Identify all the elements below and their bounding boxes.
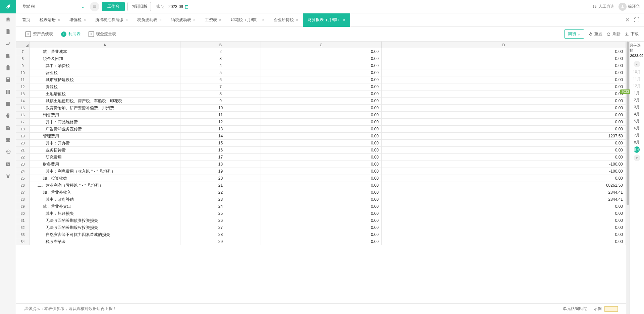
cell-b[interactable]: 2 (180, 48, 261, 55)
cell-d[interactable]: 0.00 (382, 55, 626, 62)
close-icon[interactable]: × (193, 18, 196, 22)
month-item[interactable]: 2月 (630, 97, 644, 104)
cell-d[interactable]: 0.00 (382, 231, 626, 238)
month-item[interactable]: 5月 (630, 118, 644, 125)
cell-b[interactable]: 22 (180, 189, 261, 196)
cell-a[interactable]: 其中：商品维修费 (30, 119, 180, 125)
nav-doc-icon[interactable] (0, 25, 16, 38)
cell-b[interactable]: 14 (180, 133, 261, 139)
tab-6[interactable]: 工资表× (200, 13, 226, 27)
cell-c[interactable]: 0.00 (261, 119, 382, 125)
nav-inbox-icon[interactable] (0, 134, 16, 146)
cell-c[interactable]: 0.00 (261, 196, 382, 203)
cell-a[interactable]: 业务招待费 (30, 147, 180, 153)
cell-a[interactable]: 加：投资收益 (30, 175, 180, 182)
user-menu[interactable]: 徐泽华 (619, 3, 640, 11)
cell-d[interactable]: 0.00 (382, 48, 626, 55)
cell-a[interactable]: 二、营业利润（亏损以＂-＂号填列） (30, 182, 180, 189)
cell-c[interactable]: 0.00 (261, 168, 382, 175)
tab-2[interactable]: 增值税× (65, 13, 91, 27)
cell-d[interactable]: 0.00 (382, 154, 626, 161)
cell-c[interactable]: 0.00 (261, 147, 382, 153)
download-action[interactable]: 下载 (625, 31, 639, 37)
cell-a[interactable]: 加：营业外收入 (30, 189, 180, 196)
workbench-button[interactable]: 工作台 (102, 2, 125, 11)
close-icon[interactable]: × (219, 18, 221, 22)
month-item[interactable]: 6月 (630, 125, 644, 132)
cell-c[interactable]: 0.00 (261, 182, 382, 189)
nav-v-icon[interactable] (0, 170, 16, 182)
tab-1[interactable]: 税表清册× (35, 13, 65, 27)
cell-a[interactable]: 其中：利息费用（收入以＂-＂号填列） (30, 168, 180, 175)
nav-image-icon[interactable] (0, 98, 16, 110)
month-item[interactable]: 7月 (630, 132, 644, 139)
cell-a[interactable]: 其中：坏账损失 (30, 210, 180, 217)
cell-c[interactable]: 0.00 (261, 98, 382, 104)
period-init-dropdown[interactable]: 期初 ⌄ (564, 29, 584, 39)
cell-b[interactable]: 15 (180, 140, 261, 146)
row-header[interactable]: 11 (16, 76, 30, 83)
cell-d[interactable]: 0.00 (382, 90, 626, 97)
cell-d[interactable]: 0.00 (382, 203, 626, 210)
cell-a[interactable]: 其中：消费税 (30, 62, 180, 69)
row-header[interactable]: 25 (16, 175, 30, 182)
month-item[interactable]: 3月 (630, 104, 644, 111)
app-logo[interactable] (0, 0, 16, 13)
row-header[interactable]: 32 (16, 224, 30, 231)
cell-d[interactable]: 0.00 (382, 62, 626, 69)
cell-a[interactable]: 教育费附加、矿产资源补偿费、排污费 (30, 105, 180, 111)
row-header[interactable]: 20 (16, 140, 30, 146)
row-header[interactable]: 18 (16, 126, 30, 132)
cell-b[interactable]: 3 (180, 55, 261, 62)
cell-c[interactable]: 0.00 (261, 126, 382, 132)
cell-d[interactable]: 0.00 (382, 224, 626, 231)
list-icon-button[interactable] (90, 2, 99, 11)
row-header[interactable]: 10 (16, 69, 30, 76)
cell-d[interactable]: 0.00 (382, 217, 626, 224)
cell-b[interactable]: 8 (180, 90, 261, 97)
cell-a[interactable]: 财务费用 (30, 161, 180, 168)
cell-b[interactable]: 19 (180, 168, 261, 175)
row-header[interactable]: 17 (16, 119, 30, 125)
cell-c[interactable]: 0.00 (261, 90, 382, 97)
cell-a[interactable]: 其中：政府补助 (30, 196, 180, 203)
nav-bag-icon[interactable] (0, 50, 16, 62)
cell-a[interactable]: 减：营业外支出 (30, 203, 180, 210)
cell-b[interactable]: 20 (180, 175, 261, 182)
row-header[interactable]: 21 (16, 147, 30, 153)
close-icon[interactable]: × (84, 18, 86, 22)
subtab-0[interactable]: ≡资产负债表 (21, 29, 57, 39)
cell-c[interactable]: 0.00 (261, 69, 382, 76)
cell-d[interactable]: 0.00 (382, 238, 626, 245)
cell-d[interactable]: 0.00 (382, 98, 626, 104)
cell-a[interactable]: 税收滞纳金 (30, 238, 180, 245)
month-down-arrow[interactable]: ▼ (634, 154, 640, 161)
row-header[interactable]: 13 (16, 90, 30, 97)
cell-b[interactable]: 24 (180, 203, 261, 210)
row-header[interactable]: 28 (16, 196, 30, 203)
cell-d[interactable]: 0.00 (382, 175, 626, 182)
tab-3[interactable]: 所得税汇算清缴× (91, 13, 132, 27)
close-icon[interactable]: × (262, 18, 264, 22)
scrollbar-thumb[interactable] (627, 42, 629, 205)
col-header-b[interactable]: B (180, 42, 261, 48)
cell-a[interactable]: 研究费用 (30, 154, 180, 161)
month-item[interactable]: 9月 (634, 146, 640, 153)
cell-a[interactable]: 土地增值税 (30, 90, 180, 97)
cell-b[interactable]: 16 (180, 147, 261, 153)
fullscreen-icon[interactable]: ⛶ (633, 17, 640, 23)
cell-c[interactable]: 0.00 (261, 76, 382, 83)
cell-a[interactable]: 销售费用 (30, 112, 180, 118)
cell-d[interactable]: 0.00 (382, 76, 626, 83)
row-header[interactable]: 22 (16, 154, 30, 161)
col-header-a[interactable]: A (30, 42, 180, 48)
refresh-action[interactable]: 刷新 (606, 31, 621, 37)
cell-d[interactable]: 0.00 (382, 83, 626, 90)
cell-d[interactable]: 0.00 (382, 119, 626, 125)
cell-c[interactable]: 0.00 (261, 189, 382, 196)
cell-b[interactable]: 5 (180, 69, 261, 76)
consult-link[interactable]: 人工咨询 (592, 4, 614, 9)
cell-d[interactable]: 0.00 (382, 210, 626, 217)
cell-a[interactable]: 管理费用 (30, 133, 180, 139)
nav-calc-icon[interactable] (0, 74, 16, 86)
